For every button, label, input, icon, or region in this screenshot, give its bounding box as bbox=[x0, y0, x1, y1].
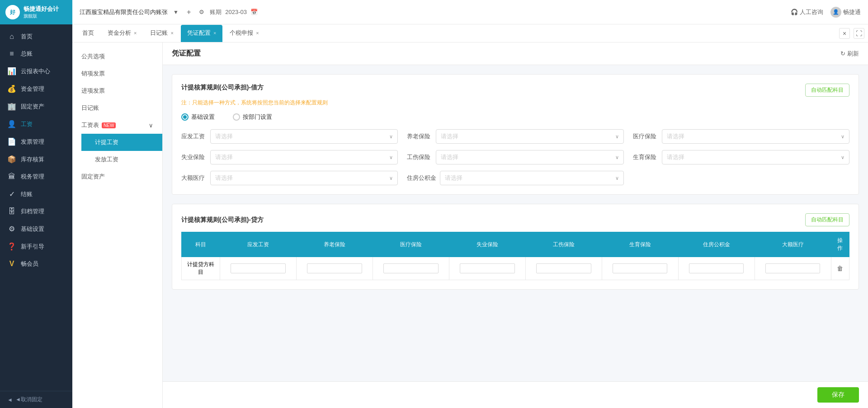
sidebar-item-assets[interactable]: 🏢 固定资产 bbox=[0, 98, 72, 115]
input-unemployment[interactable] bbox=[460, 263, 515, 273]
service-button[interactable]: 🎧 人工咨询 bbox=[791, 8, 823, 16]
sidebar-item-salary[interactable]: 👤 工资 bbox=[0, 115, 72, 133]
sidebar-item-label: 工资 bbox=[21, 120, 33, 128]
menu-item-calc-salary[interactable]: 计提工资 bbox=[81, 134, 162, 151]
sidebar-item-inventory[interactable]: 📦 库存核算 bbox=[0, 150, 72, 168]
sidebar-item-label: 总账 bbox=[21, 50, 33, 58]
unemployment-select[interactable]: 请选择 ∨ bbox=[210, 150, 398, 164]
chevron-down-icon: ∨ bbox=[841, 134, 844, 140]
tab-close-journal[interactable]: × bbox=[170, 30, 173, 36]
tab-voucher-config[interactable]: 凭证配置 × bbox=[181, 25, 222, 42]
tab-tax-report[interactable]: 个税申报 × bbox=[223, 25, 265, 42]
sidebar-item-label: 首页 bbox=[21, 33, 33, 41]
sidebar-item-tax[interactable]: 🏛 税务管理 bbox=[0, 168, 72, 185]
page-title: 凭证配置 bbox=[172, 49, 201, 58]
input-large-medical[interactable] bbox=[765, 263, 821, 273]
th-pension: 养老保险 bbox=[296, 232, 373, 257]
user-profile[interactable]: 👤 畅捷通 bbox=[830, 7, 861, 18]
menu-item-fixed-assets[interactable]: 固定资产 bbox=[72, 168, 162, 185]
pension-label: 养老保险 bbox=[407, 132, 432, 141]
save-button[interactable]: 保存 bbox=[817, 387, 859, 403]
settings-gear-icon[interactable]: ⚙ bbox=[199, 9, 204, 15]
sidebar-item-ledger[interactable]: ≡ 总账 bbox=[0, 45, 72, 62]
form-row-large-medical: 大额医疗 请选择 ∨ bbox=[181, 171, 398, 185]
form-row-payroll: 应发工资 请选择 ∨ bbox=[181, 129, 398, 144]
expand-tab-button[interactable]: ⛶ bbox=[854, 28, 864, 39]
sidebar-item-invoices[interactable]: 📄 发票管理 bbox=[0, 133, 72, 150]
expand-icon: ∨ bbox=[149, 122, 153, 129]
content-area: 公共选项 销项发票 进项发票 日记账 工资表 NEW ∨ 计提工资 发 bbox=[72, 42, 868, 408]
sidebar-item-label: 基础设置 bbox=[21, 225, 44, 233]
vip-icon: V bbox=[7, 260, 16, 268]
period-label: 账期 2023-03 📅 bbox=[210, 8, 258, 16]
sidebar-item-label: 固定资产 bbox=[21, 103, 44, 111]
input-pension[interactable] bbox=[307, 263, 362, 273]
sidebar-item-archive[interactable]: 🗄 归档管理 bbox=[0, 203, 72, 220]
maternity-select[interactable]: 请选择 ∨ bbox=[662, 150, 849, 164]
debit-auto-match-button[interactable]: 自动匹配科目 bbox=[805, 84, 849, 97]
input-maternity[interactable] bbox=[613, 263, 668, 273]
sidebar-nav: ⌂ 首页 ≡ 总账 📊 云报表中心 💰 资金管理 🏢 固定资产 👤 工资 📄 发… bbox=[0, 24, 72, 391]
credit-table: 科目 应发工资 养老保险 医疗保险 失业保险 工伤保险 生育保险 住房公积金 大… bbox=[181, 232, 849, 280]
menu-item-public[interactable]: 公共选项 bbox=[72, 48, 162, 65]
refresh-button[interactable]: ↻ 刷新 bbox=[840, 50, 859, 58]
credit-auto-match-button[interactable]: 自动匹配科目 bbox=[805, 213, 849, 226]
th-housing-fund: 住房公积金 bbox=[678, 232, 755, 257]
work-injury-select[interactable]: 请选择 ∨ bbox=[436, 150, 623, 164]
tab-home[interactable]: 首页 bbox=[76, 25, 100, 42]
th-action: 操作 bbox=[831, 232, 849, 257]
company-dropdown-icon[interactable]: ▼ bbox=[173, 9, 179, 15]
cell-unemployment bbox=[449, 257, 525, 280]
refresh-icon: ↻ bbox=[840, 50, 845, 57]
tab-journal[interactable]: 日记账 × bbox=[144, 25, 179, 42]
cell-maternity bbox=[602, 257, 678, 280]
large-medical-select[interactable]: 请选择 ∨ bbox=[210, 171, 398, 185]
input-payroll[interactable] bbox=[231, 263, 286, 273]
tab-close-voucher[interactable]: × bbox=[213, 30, 216, 36]
delete-row-button[interactable]: 🗑 bbox=[837, 265, 843, 272]
menu-item-journal[interactable]: 日记账 bbox=[72, 99, 162, 117]
pension-select[interactable]: 请选择 ∨ bbox=[436, 129, 623, 144]
payroll-select[interactable]: 请选择 ∨ bbox=[210, 129, 398, 144]
tax-icon: 🏛 bbox=[7, 173, 16, 181]
cell-medical bbox=[373, 257, 449, 280]
sidebar-item-home[interactable]: ⌂ 首页 bbox=[0, 28, 72, 45]
radio-basic[interactable]: 基础设置 bbox=[181, 113, 215, 121]
input-work-injury[interactable] bbox=[536, 263, 591, 273]
sidebar-item-reports[interactable]: 📊 云报表中心 bbox=[0, 62, 72, 80]
sidebar-item-vip[interactable]: V 畅会员 bbox=[0, 255, 72, 272]
sidebar-item-settings[interactable]: ⚙ 基础设置 bbox=[0, 220, 72, 238]
menu-item-purchase[interactable]: 进项发票 bbox=[72, 82, 162, 99]
menu-item-pay-salary[interactable]: 发放工资 bbox=[81, 151, 162, 168]
sidebar-item-funds[interactable]: 💰 资金管理 bbox=[0, 80, 72, 98]
tabs-actions: × ⛶ bbox=[839, 28, 864, 39]
input-housing-fund[interactable] bbox=[689, 263, 744, 273]
housing-fund-select[interactable]: 请选择 ∨ bbox=[440, 171, 623, 185]
calendar-icon[interactable]: 📅 bbox=[250, 9, 258, 15]
tab-close-funds[interactable]: × bbox=[134, 30, 137, 36]
tab-label: 凭证配置 bbox=[187, 29, 211, 37]
menu-item-sales[interactable]: 销项发票 bbox=[72, 65, 162, 82]
close-tab-button[interactable]: × bbox=[839, 28, 850, 39]
add-company-button[interactable]: + bbox=[184, 7, 193, 17]
sidebar-item-guide[interactable]: ❓ 新手引导 bbox=[0, 238, 72, 255]
medical-select[interactable]: 请选择 ∨ bbox=[662, 129, 849, 144]
tab-close-tax[interactable]: × bbox=[256, 30, 259, 36]
input-medical[interactable] bbox=[383, 263, 439, 273]
sidebar-footer[interactable]: ◄ ◄取消固定 bbox=[0, 391, 72, 408]
radio-dept[interactable]: 按部门设置 bbox=[233, 113, 272, 121]
table-row: 计提贷方科目 🗑 bbox=[182, 257, 849, 280]
menu-item-salary-table[interactable]: 工资表 NEW ∨ bbox=[72, 117, 162, 134]
th-maternity: 生育保险 bbox=[602, 232, 678, 257]
sidebar-item-closing[interactable]: ✓ 结账 bbox=[0, 185, 72, 203]
form-row-maternity: 生育保险 请选择 ∨ bbox=[633, 150, 849, 164]
inventory-icon: 📦 bbox=[7, 155, 16, 164]
guide-icon: ❓ bbox=[7, 242, 16, 251]
cancel-pin-label: ◄取消固定 bbox=[15, 396, 42, 403]
home-icon: ⌂ bbox=[7, 33, 16, 41]
settings-icon: ⚙ bbox=[7, 225, 16, 233]
th-large-medical: 大额医疗 bbox=[755, 232, 831, 257]
sidebar-item-label: 归档管理 bbox=[21, 207, 44, 216]
debit-section-note: 注：只能选择一种方式，系统将按照您当前的选择来配置规则 bbox=[181, 99, 849, 107]
tab-funds[interactable]: 资金分析 × bbox=[101, 25, 143, 42]
